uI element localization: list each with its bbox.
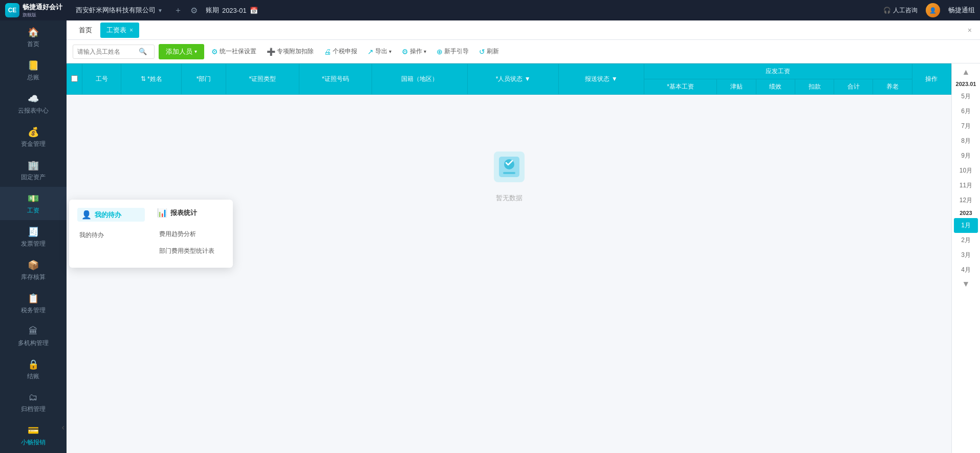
popup-col-pending: 👤 我的待办 我的待办: [77, 208, 145, 260]
th-operation: 操作: [912, 64, 951, 95]
user-name[interactable]: 畅捷通组: [948, 6, 975, 15]
timeline-month-1[interactable]: 1月: [954, 218, 978, 233]
timeline-month-2[interactable]: 2月: [952, 233, 980, 248]
add-icon[interactable]: ＋: [172, 3, 184, 18]
sidebar-label-fund: 资金管理: [21, 140, 46, 148]
tab-salary[interactable]: 工资表 ×: [100, 23, 139, 38]
tab-panel-close-icon[interactable]: ×: [966, 24, 974, 36]
timeline-month-9[interactable]: 9月: [952, 148, 980, 163]
search-icon[interactable]: 🔍: [139, 48, 147, 55]
popup-col-report: 📊 报表统计 费用趋势分析 部门费用类型统计表: [157, 208, 225, 260]
th-id-type: *证照类型: [226, 64, 299, 95]
refresh-icon: ↺: [479, 48, 485, 56]
sidebar: 🏠 首页 📒 总账 ☁️ 云报表中心 💰 资金管理 🏢 固定资产 💵 工资 🧾 …: [0, 20, 67, 453]
export-button[interactable]: ↗ 导出 ▾: [364, 45, 395, 58]
sidebar-label-close: 结账: [27, 372, 39, 381]
tax-deduction-icon: ➕: [267, 48, 275, 56]
empty-text: 暂无数据: [496, 193, 522, 203]
expense-icon: 💳: [28, 425, 39, 436]
settings-icon[interactable]: ⚙: [188, 4, 200, 17]
operation-button[interactable]: ⚙ 操作 ▾: [399, 45, 429, 58]
sidebar-item-invoice[interactable]: 🧾 发票管理: [0, 220, 67, 253]
ledger-icon: 📒: [28, 60, 39, 71]
search-input[interactable]: [77, 48, 139, 55]
calendar-icon[interactable]: 📅: [250, 7, 258, 14]
timeline-nav-down[interactable]: ▼: [960, 277, 972, 291]
operation-label: 操作: [410, 47, 422, 56]
th-submit-status: 报送状态 ▼: [559, 64, 644, 95]
multi-org-icon: 🏛: [29, 326, 38, 337]
timeline-month-7[interactable]: 7月: [952, 119, 980, 134]
sidebar-label-invoice: 发票管理: [21, 240, 46, 248]
timeline-month-3[interactable]: 3月: [952, 248, 980, 263]
popup-pending-header[interactable]: 👤 我的待办: [77, 208, 145, 222]
sidebar-label-cloud: 云报表中心: [18, 106, 49, 115]
operation-icon: ⚙: [402, 48, 408, 56]
sidebar-item-close-account[interactable]: 🔒 结账: [0, 353, 67, 386]
report-header-label: 报表统计: [170, 208, 197, 218]
help-button[interactable]: 🎧 人工咨询: [883, 6, 918, 15]
popup-item-trend[interactable]: 费用趋势分析: [157, 226, 225, 243]
sidebar-item-fund[interactable]: 💰 资金管理: [0, 120, 67, 154]
timeline-month-6[interactable]: 6月: [952, 104, 980, 119]
popup-trend-label: 费用趋势分析: [159, 230, 196, 238]
sidebar-label-salary: 工资: [27, 206, 39, 215]
archive-icon: 🗂: [29, 392, 38, 403]
tax-deduction-button[interactable]: ➕ 专项附加扣除: [264, 45, 317, 58]
select-all-checkbox[interactable]: [71, 75, 78, 82]
home-icon: 🏠: [28, 27, 39, 38]
sidebar-item-cloud-report[interactable]: ☁️ 云报表中心: [0, 87, 67, 120]
timeline-month-12[interactable]: 12月: [952, 193, 980, 208]
th-person-status: *人员状态 ▼: [468, 64, 559, 95]
social-security-button[interactable]: ⚙ 统一社保设置: [208, 45, 259, 58]
th-department: *部门: [182, 64, 226, 95]
sidebar-item-archive[interactable]: 🗂 归档管理: [0, 386, 67, 419]
sidebar-item-xiaochang[interactable]: 💳 小畅报销 ‹: [0, 419, 67, 452]
popup-item-dept-stats[interactable]: 部门费用类型统计表: [157, 243, 225, 260]
individual-tax-button[interactable]: 🖨 个税申报: [321, 45, 360, 58]
filter2-icon[interactable]: ▼: [612, 75, 618, 82]
timeline-month-10[interactable]: 10月: [952, 163, 980, 178]
timeline-nav-up[interactable]: ▲: [960, 66, 972, 79]
sidebar-item-tax[interactable]: 📋 税务管理: [0, 287, 67, 320]
logo-area: CE 畅捷通好会计 旗舰版: [5, 3, 72, 18]
headset-icon: 🎧: [883, 7, 891, 14]
sidebar-label-ledger: 总账: [27, 73, 39, 82]
timeline-month-11[interactable]: 11月: [952, 178, 980, 193]
timeline-month-8[interactable]: 8月: [952, 134, 980, 148]
add-person-button[interactable]: 添加人员 ▾: [159, 44, 204, 59]
logo-text: CE: [8, 7, 17, 14]
sidebar-item-ledger[interactable]: 📒 总账: [0, 54, 67, 87]
tax-icon: 📋: [28, 293, 39, 304]
timeline-month-5[interactable]: 5月: [952, 89, 980, 104]
company-selector[interactable]: 西安虾米网络科技有限公司 ▼: [72, 4, 167, 17]
close-account-icon: 🔒: [28, 359, 39, 370]
period-value: 2023-01: [222, 7, 247, 14]
collapse-arrow-icon: ‹: [62, 423, 64, 432]
th-checkbox: [67, 64, 82, 95]
app-logo-icon: CE: [5, 3, 19, 17]
timeline-month-4[interactable]: 4月: [952, 263, 980, 277]
sidebar-item-salary[interactable]: 💵 工资: [0, 187, 67, 220]
filter-icon[interactable]: ▼: [525, 75, 531, 82]
popup-report-header[interactable]: 📊 报表统计: [157, 208, 225, 221]
tab-close-icon[interactable]: ×: [129, 27, 133, 34]
sidebar-item-inventory[interactable]: 📦 库存核算: [0, 253, 67, 287]
xiaochang-popup: 👤 我的待办 我的待办 📊 报表统计 费用趋势分析 部门费用类型统计表: [69, 200, 233, 268]
sidebar-label-archive: 归档管理: [21, 405, 46, 414]
th-pension: 养老: [873, 79, 912, 95]
popup-section: 👤 我的待办 我的待办 📊 报表统计 费用趋势分析 部门费用类型统计表: [77, 208, 225, 260]
toolbar: 🔍 添加人员 ▾ ⚙ 统一社保设置 ➕ 专项附加扣除 🖨 个税申报 ↗ 导出: [67, 40, 980, 63]
new-guide-button[interactable]: ⊕ 新手引导: [433, 45, 472, 58]
export-icon: ↗: [367, 48, 374, 56]
tab-home[interactable]: 首页: [73, 23, 98, 38]
th-salary-group: 应发工资: [644, 64, 912, 79]
sidebar-item-asset[interactable]: 🏢 固定资产: [0, 154, 67, 187]
popup-item-pending[interactable]: 我的待办: [77, 227, 145, 244]
refresh-button[interactable]: ↺ 刷新: [476, 45, 502, 58]
sidebar-label-tax: 税务管理: [21, 306, 46, 315]
th-id-number: *证照号码: [299, 64, 372, 95]
sidebar-item-multi-org[interactable]: 🏛 多机构管理: [0, 320, 67, 353]
sidebar-item-home[interactable]: 🏠 首页: [0, 20, 67, 54]
th-nationality: 国籍（地区）: [372, 64, 468, 95]
